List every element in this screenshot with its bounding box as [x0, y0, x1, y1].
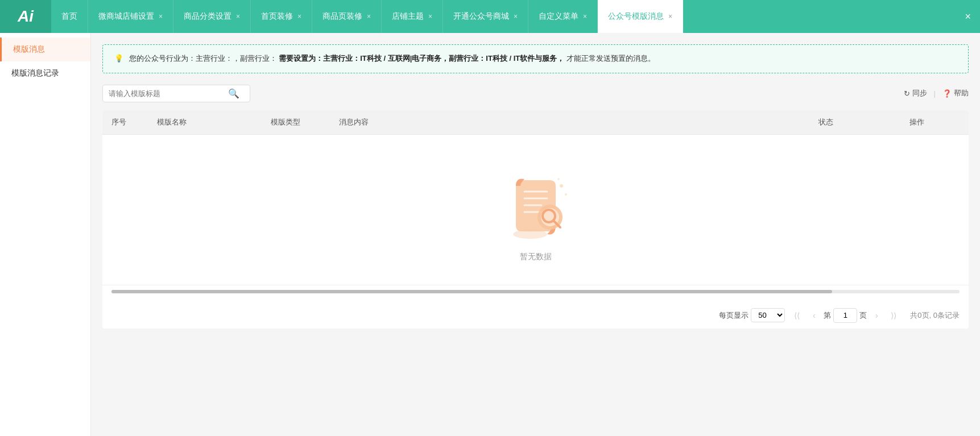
page-input[interactable]	[833, 308, 857, 323]
sidebar: 模版消息 模版消息记录	[0, 33, 91, 436]
search-input[interactable]	[109, 89, 228, 98]
help-button[interactable]: ❓ 帮助	[942, 88, 969, 98]
svg-point-10	[565, 193, 567, 196]
col-status: 状态	[809, 110, 900, 135]
total-info: 共0页, 0条记录	[910, 310, 960, 321]
search-icon[interactable]: 🔍	[228, 88, 239, 99]
close-store-theme-icon[interactable]: ×	[428, 13, 432, 20]
page-input-group: 第 页	[824, 308, 867, 323]
sidebar-item-template-msg-record[interactable]: 模版消息记录	[0, 61, 90, 85]
first-page-button[interactable]: ⟨⟨	[789, 308, 804, 323]
sync-label: 同步	[912, 88, 927, 98]
help-icon: ❓	[942, 89, 952, 98]
sync-icon: ↻	[904, 89, 910, 98]
divider: |	[934, 89, 936, 98]
main-layout: 模版消息 模版消息记录 💡 您的公众号行业为：主营行业：，副营行业： 需要设置为…	[0, 33, 980, 436]
page-label-after: 页	[859, 310, 867, 321]
nav-tab-home-decor[interactable]: 首页装修 ×	[251, 0, 312, 33]
close-open-store-icon[interactable]: ×	[514, 13, 518, 20]
pagination: 每页显示 10 20 50 100 ⟨⟨ ‹ 第 页	[102, 302, 969, 329]
per-page-label: 每页显示	[719, 310, 749, 321]
search-bar: 🔍 ↻ 同步 | ❓ 帮助	[102, 85, 969, 102]
sidebar-item-template-msg-record-label: 模版消息记录	[11, 68, 59, 77]
nav-tab-product-decor-label: 商品页装修	[322, 11, 362, 22]
nav-tab-product-decor[interactable]: 商品页装修 ×	[312, 0, 382, 33]
close-home-decor-icon[interactable]: ×	[297, 13, 301, 20]
nav-tab-shop-settings[interactable]: 微商城店铺设置 ×	[88, 0, 173, 33]
app-logo: Ai	[0, 0, 51, 33]
help-label: 帮助	[954, 88, 969, 98]
nav-tab-template-msg[interactable]: 公众号模版消息 ×	[598, 0, 683, 33]
sidebar-item-template-msg[interactable]: 模版消息	[0, 38, 90, 61]
col-name: 模版名称	[148, 110, 262, 135]
col-type: 模版类型	[262, 110, 330, 135]
nav-tab-category-settings-label: 商品分类设置	[184, 11, 231, 22]
table-container: 序号 模版名称 模版类型 消息内容 状态 操作	[102, 110, 969, 329]
per-page-select[interactable]: 10 20 50 100	[751, 308, 785, 322]
col-content: 消息内容	[330, 110, 809, 135]
data-table: 序号 模版名称 模版类型 消息内容 状态 操作	[102, 110, 969, 135]
svg-point-9	[560, 184, 563, 188]
per-page-selector: 每页显示 10 20 50 100	[719, 308, 785, 322]
nav-tab-store-theme-label: 店铺主题	[392, 11, 424, 22]
nav-tab-open-store-label: 开通公众号商城	[453, 11, 509, 22]
table-header: 序号 模版名称 模版类型 消息内容 状态 操作	[102, 110, 969, 135]
search-input-wrap[interactable]: 🔍	[102, 85, 250, 102]
next-page-button[interactable]: ›	[869, 308, 884, 323]
col-index: 序号	[102, 110, 148, 135]
nav-tab-store-theme[interactable]: 店铺主题 ×	[382, 0, 443, 33]
close-category-settings-icon[interactable]: ×	[236, 13, 240, 20]
close-template-msg-icon[interactable]: ×	[668, 13, 672, 20]
nav-tab-home-label: 首页	[61, 11, 77, 22]
nav-tab-open-store[interactable]: 开通公众号商城 ×	[443, 0, 528, 33]
close-custom-menu-icon[interactable]: ×	[583, 13, 587, 20]
sidebar-item-template-msg-label: 模版消息	[13, 44, 45, 53]
last-page-button[interactable]: ⟩⟩	[886, 308, 901, 323]
nav-tab-category-settings[interactable]: 商品分类设置 ×	[173, 0, 251, 33]
notice-icon: 💡	[114, 54, 123, 63]
nav-tab-template-msg-label: 公众号模版消息	[608, 11, 664, 22]
scrollbar-track[interactable]	[111, 290, 960, 293]
col-action: 操作	[900, 110, 969, 135]
scrollbar-thumb[interactable]	[111, 290, 832, 293]
nav-tab-home[interactable]: 首页	[51, 0, 88, 33]
close-product-decor-icon[interactable]: ×	[367, 13, 371, 20]
nav-tab-shop-settings-label: 微商城店铺设置	[98, 11, 154, 22]
close-all-tabs-button[interactable]: ×	[965, 11, 971, 23]
close-shop-settings-icon[interactable]: ×	[159, 13, 163, 20]
notice-suffix: 才能正常发送预置的消息。	[567, 54, 655, 63]
top-nav: Ai 首页 微商城店铺设置 × 商品分类设置 × 首页装修 × 商品页装修 × …	[0, 0, 980, 33]
nav-tab-home-decor-label: 首页装修	[261, 11, 293, 22]
scrollbar-area	[102, 285, 969, 302]
sync-button[interactable]: ↻ 同步	[904, 88, 927, 98]
nav-tab-custom-menu-label: 自定义菜单	[539, 11, 578, 22]
search-actions: ↻ 同步 | ❓ 帮助	[904, 88, 969, 98]
notice-prefix: 您的公众号行业为：主营行业：，副营行业：	[129, 54, 277, 63]
notice-highlight: 需要设置为：主营行业：IT科技 / 互联网|电子商务，副营行业：IT科技 / I…	[279, 54, 564, 63]
empty-text: 暂无数据	[520, 252, 552, 262]
empty-illustration	[499, 169, 573, 243]
page-nav: ⟨⟨ ‹ 第 页 › ⟩⟩	[789, 308, 901, 323]
empty-state: 暂无数据	[102, 135, 969, 285]
table-header-row: 序号 模版名称 模版类型 消息内容 状态 操作	[102, 110, 969, 135]
prev-page-button[interactable]: ‹	[807, 308, 821, 323]
page-label-before: 第	[824, 310, 831, 321]
svg-point-11	[557, 178, 560, 180]
content-area: 💡 您的公众号行业为：主营行业：，副营行业： 需要设置为：主营行业：IT科技 /…	[91, 33, 980, 436]
notice-box: 💡 您的公众号行业为：主营行业：，副营行业： 需要设置为：主营行业：IT科技 /…	[102, 44, 969, 73]
nav-tab-custom-menu[interactable]: 自定义菜单 ×	[528, 0, 598, 33]
